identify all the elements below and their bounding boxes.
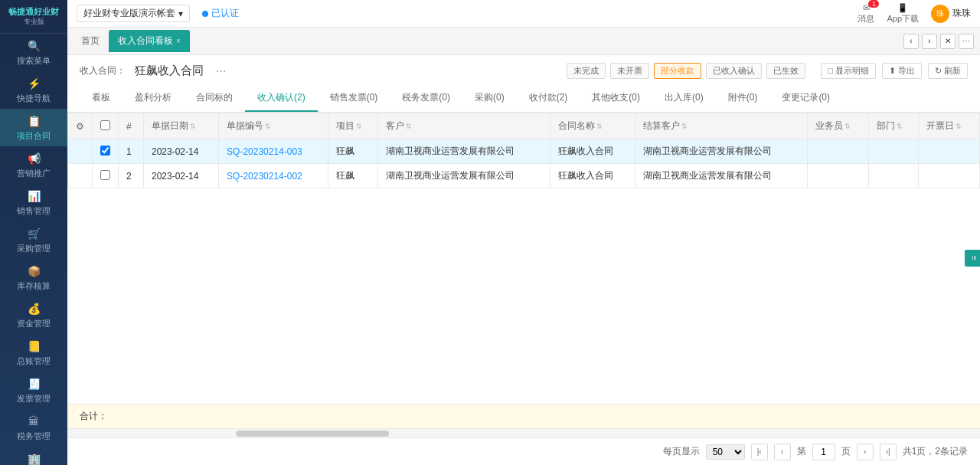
tab-income-confirm[interactable]: 收入确认(2) (245, 85, 318, 112)
status-badge-effective[interactable]: 已生效 (766, 63, 805, 79)
app-logo: 畅捷通好业财 专业版 (0, 0, 67, 34)
tabs-nav: 看板盈利分析合同标的收入确认(2)销售发票(0)税务发票(0)采购(0)收付款(… (67, 85, 980, 113)
sidebar-item-inventory[interactable]: 📦 库存核算 (0, 259, 67, 296)
th-check (93, 113, 119, 139)
th-contract-name[interactable]: 合同名称⇅ (550, 113, 635, 139)
bill-no-link[interactable]: SQ-20230214-003 (227, 146, 302, 157)
table-container[interactable]: ⚙#单据日期⇅单据编号⇅项目⇅客户⇅合同名称⇅结算客户⇅业务员⇅部门⇅开票日⇅1… (67, 113, 980, 404)
table-cell (93, 164, 119, 188)
certified-text: 已认证 (211, 7, 239, 20)
th-settle-customer[interactable]: 结算客户⇅ (635, 113, 807, 139)
th-salesperson[interactable]: 业务员⇅ (807, 113, 868, 139)
sidebar-item-purchase[interactable]: 🛒 采购管理 (0, 221, 67, 259)
status-badge-uninvoice[interactable]: 未开票 (610, 63, 649, 79)
th-project[interactable]: 项目⇅ (328, 113, 377, 139)
download-icon: 📱 (897, 3, 908, 13)
row-checkbox-0[interactable] (100, 146, 110, 156)
sidebar-item-fixed-assets[interactable]: 🏢 固定资产 (0, 447, 67, 465)
scrollbar-thumb[interactable] (236, 431, 389, 437)
bill-no-link[interactable]: SQ-20230214-002 (227, 171, 302, 182)
th-num: # (119, 113, 144, 139)
app-logo-sub: 专业版 (0, 17, 67, 27)
table-cell: 狂飙 (328, 139, 377, 164)
tab-next-button[interactable]: › (922, 34, 937, 49)
page-first-button[interactable]: |‹ (751, 444, 768, 460)
message-button[interactable]: ✉ 1 消息 (858, 3, 874, 25)
company-selector[interactable]: 好业财专业版演示帐套 ▾ (77, 5, 190, 22)
tab-sales-invoice[interactable]: 销售发票(0) (318, 85, 390, 112)
sidebar-item-label: 快捷导航 (17, 93, 51, 104)
tab-prev-button[interactable]: ‹ (903, 34, 919, 49)
user-menu[interactable]: 珠 珠珠 (931, 5, 971, 23)
sort-icon: ⇅ (406, 123, 412, 130)
export-button[interactable]: ⬆ 导出 (882, 63, 922, 79)
sidebar-item-tax[interactable]: 🏛 税务管理 (0, 409, 67, 447)
sort-icon: ⇅ (844, 123, 851, 130)
per-page-select[interactable]: 50 100 (706, 444, 745, 460)
sidebar-item-search[interactable]: 🔍 搜索菜单 (0, 34, 67, 71)
tab-label: 收入合同看板 (118, 34, 173, 47)
scrollbar-area[interactable] (67, 428, 980, 437)
page-prev-button[interactable]: ‹ (774, 444, 791, 460)
tab-close-icon[interactable]: × (176, 37, 181, 45)
page-last-button[interactable]: ›| (880, 444, 897, 460)
sidebar-item-marketing[interactable]: 📢 营销推广 (0, 146, 67, 184)
chevron-down-icon: ▾ (178, 8, 183, 19)
sidebar-item-quick-nav[interactable]: ⚡ 快捷导航 (0, 71, 67, 109)
gear-icon[interactable]: ⚙ (76, 121, 84, 132)
certified-dot (202, 11, 208, 17)
sort-icon: ⇅ (897, 123, 903, 130)
row-checkbox-1[interactable] (100, 170, 110, 180)
sidebar-item-invoice-mgmt[interactable]: 🧾 发票管理 (0, 372, 67, 409)
th-department[interactable]: 部门⇅ (868, 113, 918, 139)
sidebar-item-label: 销售管理 (17, 205, 51, 217)
tab-payment[interactable]: 收付款(2) (517, 85, 580, 112)
table-cell (68, 139, 93, 164)
th-customer[interactable]: 客户⇅ (378, 113, 550, 139)
sidebar-item-project-contract[interactable]: 📋 项目合同 (0, 109, 67, 146)
table-row[interactable]: 12023-02-14SQ-20230214-003狂飙湖南卫视商业运营发展有限… (68, 139, 980, 164)
th-open-date[interactable]: 开票日⇅ (919, 113, 980, 139)
tab-home[interactable]: 首页 (74, 30, 107, 52)
tab-attachment[interactable]: 附件(0) (716, 85, 770, 112)
sidebar-item-sales[interactable]: 📊 销售管理 (0, 184, 67, 221)
tab-more-button[interactable]: ⋯ (959, 34, 974, 49)
tab-change-log[interactable]: 变更记录(0) (769, 85, 842, 112)
page-input[interactable] (812, 444, 835, 460)
tab-tax-invoice[interactable]: 税务发票(0) (390, 85, 462, 112)
sidebar-item-general-ledger[interactable]: 📒 总账管理 (0, 334, 67, 372)
sidebar-item-label: 发票管理 (17, 393, 51, 404)
select-all-checkbox[interactable] (100, 120, 110, 130)
table-cell: 湖南卫视商业运营发展有限公司 (635, 139, 807, 164)
tab-contract-std[interactable]: 合同标的 (184, 85, 245, 112)
table-cell: 湖南卫视商业运营发展有限公司 (378, 164, 550, 188)
main-area: 好业财专业版演示帐套 ▾ 已认证 ✉ 1 消息 📱 App下载 珠 珠珠 首页 (67, 0, 980, 465)
table-cell: 狂飙 (328, 164, 377, 188)
sidebar-item-label: 营销推广 (17, 168, 51, 179)
tab-purchase[interactable]: 采购(0) (462, 85, 517, 112)
th-bill-date[interactable]: 单据日期⇅ (143, 113, 218, 139)
table-cell: 1 (119, 139, 144, 164)
tab-close-button[interactable]: ✕ (940, 34, 956, 49)
status-badge-uncomplete[interactable]: 未完成 (567, 63, 606, 79)
tab-other-income[interactable]: 其他收支(0) (580, 85, 652, 112)
refresh-button[interactable]: ↻ 刷新 (928, 63, 968, 79)
page-next-button[interactable]: › (857, 444, 874, 460)
tab-contract-kanban[interactable]: 收入合同看板 × (109, 30, 190, 52)
table-cell (868, 139, 918, 164)
fixed-assets-icon: 🏢 (26, 451, 41, 465)
status-badge-partial[interactable]: 部分收款 (654, 63, 701, 79)
tab-profit[interactable]: 盈利分析 (122, 85, 184, 112)
show-detail-button[interactable]: □ 显示明细 (821, 63, 876, 79)
app-download-button[interactable]: 📱 App下载 (887, 3, 919, 25)
contract-title: 狂飙收入合同 (135, 64, 204, 78)
float-action-button[interactable]: ≡ (965, 250, 980, 267)
tab-kanban[interactable]: 看板 (80, 85, 122, 112)
sidebar-item-capital[interactable]: 💰 资金管理 (0, 296, 67, 334)
tab-inoutbound[interactable]: 出入库(0) (652, 85, 716, 112)
status-badge-confirmed[interactable]: 已收入确认 (706, 63, 762, 79)
th-bill-no[interactable]: 单据编号⇅ (219, 113, 328, 139)
table-row[interactable]: 22023-02-14SQ-20230214-002狂飙湖南卫视商业运营发展有限… (68, 164, 980, 188)
contract-more-icon[interactable]: ··· (213, 64, 229, 78)
table-cell (68, 164, 93, 188)
